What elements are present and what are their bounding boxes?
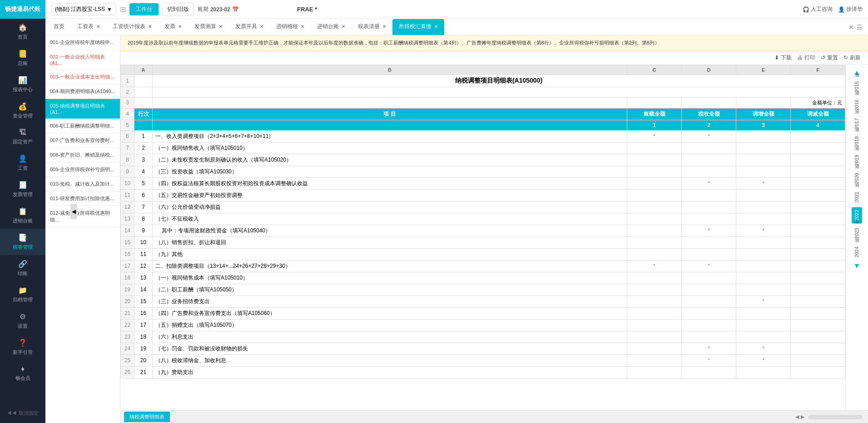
left-item-008[interactable]: 008-资产折旧、摊销及纳税... (45, 148, 120, 162)
cell-20C[interactable] (627, 295, 682, 307)
year-2024[interactable]: 2024年 (852, 244, 862, 260)
cell-18D[interactable] (682, 272, 736, 284)
refresh-button[interactable]: ↻ 刷新 (843, 54, 861, 62)
tab-close-purchase-ledger[interactable]: ✕ (342, 24, 345, 29)
cell-19E[interactable] (736, 284, 791, 295)
cell-6D[interactable]: * (682, 130, 736, 142)
cell-25F[interactable] (791, 354, 845, 366)
cell-14D[interactable]: * (682, 225, 736, 236)
cell-19D[interactable] (682, 284, 736, 295)
cell-12F[interactable] (791, 201, 845, 213)
left-item-011[interactable]: 011-研发费用加计扣除优惠... (45, 192, 120, 206)
left-item-003[interactable]: 003-一般企业成本支出明细... (45, 70, 120, 84)
tab-close-salary[interactable]: ✕ (96, 24, 100, 29)
cell-23B[interactable]: （六）利息支出 (153, 331, 627, 343)
cell-6C[interactable]: * (627, 130, 682, 142)
cell-21E[interactable] (736, 307, 791, 319)
cell-24E[interactable]: * (736, 343, 791, 354)
cell-7C[interactable] (627, 142, 682, 154)
cell-21F[interactable] (791, 307, 845, 319)
left-item-005[interactable]: 005-纳税调整项目明细表(A1... (45, 99, 120, 119)
cell-10E[interactable]: * (736, 177, 791, 189)
cell-9D[interactable] (682, 166, 736, 177)
cell-13D[interactable] (682, 213, 736, 225)
copy-icon[interactable]: ⊞ (120, 5, 126, 14)
cell-17F[interactable] (791, 260, 845, 272)
sidebar-item-member[interactable]: ♦ 畅会员 (0, 360, 45, 386)
tab-close-income-tax[interactable]: ✕ (434, 24, 438, 29)
cell-6B[interactable]: 一、收入类调整项目（2+3+4+5+6+7+8+10+11） (153, 130, 627, 142)
cell-24C[interactable] (627, 343, 682, 354)
cell-7B[interactable]: （一）视同销售收入（填写A105010） (153, 142, 627, 154)
cell-16E[interactable] (736, 248, 791, 260)
left-item-012[interactable]: 012-减免企业所得税优惠明细... (45, 206, 120, 227)
cell-20D[interactable] (682, 295, 736, 307)
sidebar-item-assets[interactable]: 🏗 固定资产 (0, 124, 45, 150)
sidebar-item-finance[interactable]: 💰 资金管理 (0, 98, 45, 124)
year-2015[interactable]: 2015年 (852, 79, 862, 95)
cell-19B[interactable]: （二）职工薪酬（填写A105050） (153, 284, 627, 295)
cell-13B[interactable]: （七）不征税收入 (153, 213, 627, 225)
tab-home[interactable]: 首页 (47, 19, 71, 35)
cell-10F[interactable] (791, 177, 845, 189)
year-down-button[interactable]: ▼ (853, 262, 861, 270)
old-version-button[interactable]: 切到旧版 (162, 3, 194, 16)
tab-close-invoice[interactable]: ✕ (178, 24, 182, 29)
tab-income-tax[interactable]: 所得税汇算缴✕ (392, 19, 444, 35)
support-link[interactable]: 🎧 人工咨询 (803, 5, 833, 13)
nav-close-icon[interactable]: ✕ (848, 24, 854, 31)
cell-8F[interactable] (791, 154, 845, 166)
cell-10C[interactable] (627, 177, 682, 189)
cell-19C[interactable] (627, 284, 682, 295)
cell-15F[interactable] (791, 236, 845, 248)
tab-close-invoice-calc[interactable]: ✕ (219, 24, 223, 29)
left-item-007[interactable]: 007-广告费和业务宣传费时... (45, 133, 120, 148)
year-2018[interactable]: 2018年 (852, 133, 862, 150)
cell-18F[interactable] (791, 272, 845, 284)
tab-close-salary-report[interactable]: ✕ (148, 24, 152, 29)
cell-11C[interactable] (627, 189, 682, 201)
cell-23E[interactable] (736, 331, 791, 343)
year-2022[interactable]: 2022年 (852, 207, 862, 223)
workbench-button[interactable]: 工作台 (129, 3, 159, 15)
sidebar-item-invoice-mgmt[interactable]: 🧾 发票管理 (0, 176, 45, 202)
tab-purchase-ledger[interactable]: 进销台账✕ (311, 19, 352, 35)
cell-8E[interactable] (736, 154, 791, 166)
cell-9F[interactable] (791, 166, 845, 177)
cell-24F[interactable] (791, 343, 845, 354)
cell-26D[interactable] (682, 366, 736, 378)
sidebar-item-ledger[interactable]: 📒 总账 (0, 45, 45, 71)
tab-close-invoice-issue[interactable]: ✕ (260, 24, 263, 29)
left-item-009[interactable]: 009-企业所得税弥补亏损明... (45, 162, 120, 177)
cell-13F[interactable] (791, 213, 845, 225)
cell-25C[interactable] (627, 354, 682, 366)
cell-11B[interactable]: （五）交易性金融资产初始投资调整 (153, 189, 627, 201)
download-button[interactable]: ⬇ 下载 (774, 54, 792, 62)
cell-12E[interactable] (736, 201, 791, 213)
cell-17D[interactable]: * (682, 260, 736, 272)
reset-button[interactable]: ↺ 重置 (821, 54, 838, 62)
cell-14E[interactable]: * (736, 225, 791, 236)
cell-17C[interactable]: * (627, 260, 682, 272)
cell-25E[interactable]: * (736, 354, 791, 366)
left-item-010[interactable]: 010-免税、减计收入及加计... (45, 177, 120, 192)
cell-16F[interactable] (791, 248, 845, 260)
cell-24D[interactable]: * (682, 343, 736, 354)
cell-11F[interactable] (791, 189, 845, 201)
sidebar-item-home[interactable]: 🏠 首页 (0, 19, 45, 45)
tab-tax-clear[interactable]: 税表清册✕ (352, 19, 392, 35)
cell-23D[interactable] (682, 331, 736, 343)
panel-collapse-btn[interactable]: ◀ (70, 204, 77, 219)
calendar-icon[interactable]: 📅 (232, 6, 239, 13)
cell-20B[interactable]: （三）业务招待费支出 (153, 295, 627, 307)
scroll-left-icon[interactable]: ◀ (795, 414, 799, 420)
sidebar-item-closing[interactable]: 🔗 结账 (0, 255, 45, 281)
sidebar-item-purchase-sale[interactable]: 📋 进销台账 (0, 202, 45, 229)
cell-20E[interactable]: * (736, 295, 791, 307)
cell-9C[interactable] (627, 166, 682, 177)
year-2020[interactable]: 2020年 (852, 170, 862, 187)
left-item-006[interactable]: 006-职工薪酬纳税调整明细... (45, 119, 120, 133)
year-2023[interactable]: 2023年 (852, 225, 862, 241)
cell-15E[interactable] (736, 236, 791, 248)
sidebar-item-settings[interactable]: ⚙ 设置 (0, 308, 45, 334)
